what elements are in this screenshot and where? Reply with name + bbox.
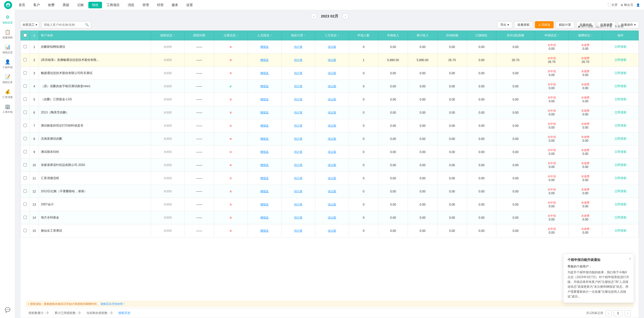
nav-operate[interactable]: 经营	[153, 2, 167, 8]
tax-due: 26.70	[437, 54, 467, 67]
nav-invoice[interactable]: 票据	[59, 2, 73, 8]
row-checkbox[interactable]	[23, 163, 27, 166]
tax-calc-button[interactable]: 税款计算	[556, 21, 574, 28]
sidebar-bottom: 💬	[1, 305, 14, 318]
search-input[interactable]	[44, 23, 84, 27]
sidebar-item-annual-report[interactable]: 🏢 工商年报	[1, 102, 14, 116]
notice-close-button[interactable]: ×	[629, 256, 631, 261]
reg-x-icon: ✕	[229, 189, 232, 193]
action-cell: 立即授权	[602, 132, 639, 145]
reg-info: ✕	[214, 132, 248, 145]
nav-business[interactable]: 工商项目	[103, 2, 123, 8]
action-cell: 立即授权	[602, 40, 639, 54]
reg-x-icon: ✕	[229, 124, 232, 128]
refresh-button[interactable]: ↻ 刷新	[615, 24, 624, 29]
row-checkbox[interactable]	[23, 45, 27, 48]
row-checkbox[interactable]	[23, 189, 27, 193]
sidebar-item-tax-overview[interactable]: 📊 报税总览	[1, 42, 14, 56]
auth-status: 未授权	[151, 54, 185, 67]
row-checkbox[interactable]	[23, 71, 27, 75]
action-cell: 立即授权	[602, 211, 639, 224]
sidebar-item-annual-tax[interactable]: 💰 汇算清缴	[1, 87, 14, 101]
select-all-checkbox[interactable]	[23, 34, 27, 37]
report-status: 未申报 0.00	[535, 211, 569, 224]
nav-settings[interactable]: 设置	[183, 2, 196, 8]
video-button[interactable]: ▶ 操作视频	[578, 24, 593, 29]
row-checkbox[interactable]	[23, 84, 27, 88]
batch-auth-button[interactable]: 批量授权	[514, 21, 533, 28]
person-send: 继报送	[248, 119, 281, 132]
member-button[interactable]: ♛ 畅会员	[621, 3, 633, 7]
sidebar-item-message[interactable]: 💬	[1, 305, 14, 315]
current-income: 0.00	[378, 198, 408, 211]
row-checkbox[interactable]	[23, 124, 27, 127]
next-month-button[interactable]: ›	[342, 13, 348, 19]
auth-expire: ——	[185, 40, 214, 54]
customer-name: （勿删）江西股金-LSS	[39, 93, 151, 106]
tax-diff: 0.00	[496, 119, 535, 132]
row-checkbox[interactable]	[23, 97, 27, 101]
row-checkbox[interactable]	[23, 150, 27, 153]
personal-tax-button[interactable]: 人员报送	[535, 21, 554, 28]
fullscreen-button[interactable]: ⛶ 全屏	[608, 3, 617, 7]
person-send: 继报送	[248, 106, 281, 119]
reg-x-icon: ✕	[229, 111, 232, 115]
customer-name: 测试账套的凭证打印的时候是否	[39, 119, 151, 132]
sidebar-item-personal-tax[interactable]: 👤 个税申报	[1, 57, 14, 71]
sidebar-item-tax-settings[interactable]: ⚙ 报税设置	[1, 12, 14, 27]
search-icon[interactable]: 🔍	[85, 23, 89, 27]
row-checkbox[interactable]	[23, 111, 27, 114]
nav-manage[interactable]: 管理	[139, 2, 152, 8]
row-checkbox[interactable]	[23, 137, 27, 140]
nav-tax[interactable]: 报税	[88, 2, 102, 8]
tax-calc: 待计算	[281, 40, 315, 54]
sidebar-item-batch-tax[interactable]: 📋 批量报税	[1, 27, 14, 41]
row-checkbox[interactable]	[23, 58, 27, 61]
person-send: 继报送	[248, 185, 281, 198]
nav-customer[interactable]: 客户	[30, 2, 43, 8]
table-scroll[interactable]: # 客户名称 授权状态 ↑ 授权到期 注册信息 ↑ 人员报送 ↑ 税款计算 ↑ …	[20, 31, 639, 301]
row-checkbox[interactable]	[23, 176, 27, 180]
reg-info: ✕	[214, 119, 248, 132]
reg-info: ✔	[214, 80, 248, 93]
nav-service[interactable]: 服务	[168, 2, 182, 8]
page-input[interactable]	[613, 310, 623, 316]
sidebar-item-tax-record[interactable]: 📝 报税记录	[1, 72, 14, 86]
prev-month-button[interactable]: ‹	[311, 13, 317, 19]
auth-notice-link[interactable]: 请购买后尽快使用！	[100, 302, 125, 306]
row-index: 8	[30, 132, 39, 145]
auth-expire: ——	[185, 159, 214, 172]
notice-content: 为提升个税申报功能的效果，我们将于今晚9点后（2023年3月7日）对个税申报系统…	[568, 270, 630, 299]
next-page-button[interactable]: ›	[625, 310, 631, 316]
nav-home[interactable]: 首页	[15, 2, 29, 8]
tax-calc: 待计算	[281, 172, 315, 185]
notice-title: 个税申报功能升级通知	[568, 257, 630, 263]
reg-x-icon: ✕	[229, 163, 232, 167]
report-status: 未申报 0.00	[535, 132, 569, 145]
person-send: 继报送	[248, 198, 281, 211]
employee-filter[interactable]: 全部员工 ▾	[20, 21, 39, 28]
nav-accounting[interactable]: 记账	[74, 2, 87, 8]
tri-agreement: 绿云取	[315, 106, 349, 119]
reg-x-icon: ✕	[229, 137, 232, 141]
user-avatar[interactable]: 👤	[636, 3, 640, 7]
month-title: 2023 02月	[321, 14, 338, 19]
auth-expire: ——	[185, 119, 214, 132]
manual-button[interactable]: 📖 操作手册	[596, 24, 612, 29]
report-count: 0	[349, 211, 378, 224]
tax-calc: 待计算	[281, 159, 315, 172]
total-income: 0.00	[408, 172, 437, 185]
fee-status: 未缴费 0.00	[569, 67, 602, 80]
chevron-down-icon: ▾	[634, 23, 636, 27]
row-checkbox[interactable]	[23, 203, 27, 206]
prev-page-button[interactable]: ‹	[605, 310, 611, 316]
export-button[interactable]: 导出 ▾	[497, 21, 512, 28]
fee-status: 未缴费 0.00	[569, 198, 602, 211]
auth-history-link[interactable]: 授权历史	[118, 311, 131, 315]
row-checkbox[interactable]	[23, 229, 27, 232]
nav-billing[interactable]: 收费	[44, 2, 58, 8]
report-count: 0	[349, 119, 378, 132]
tax-diff: 0.00	[496, 80, 535, 93]
nav-message[interactable]: 消息	[124, 2, 138, 8]
row-checkbox[interactable]	[23, 216, 27, 219]
